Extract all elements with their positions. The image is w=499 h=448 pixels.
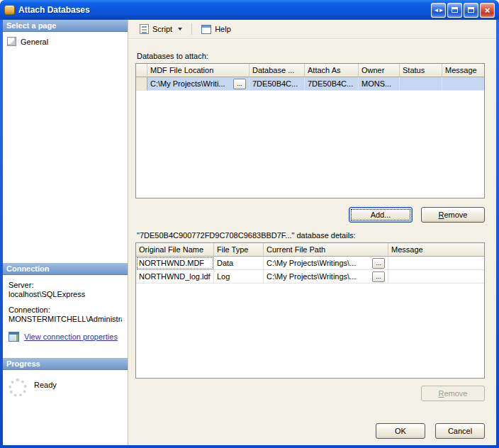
close-button[interactable]: × [480,3,495,18]
column-header-original-file-name[interactable]: Original File Name [136,243,214,257]
message-cell[interactable] [442,77,484,91]
connection-properties-row: View connection properties [9,332,122,342]
current-file-path-value: C:\My Projects\Writings\... [267,272,372,281]
original-file-name-cell[interactable]: NORTHWND.MDF [136,257,214,270]
browse-path-button[interactable]: ... [372,258,385,269]
toolbar-separator [191,23,192,35]
connection-section: Server: localhost\SQLExpress Connection:… [3,275,128,358]
main-content: Databases to attach: MDF File Location D… [128,39,496,445]
cancel-button[interactable]: Cancel [435,423,485,439]
table-row[interactable]: NORTHWND.MDF Data C:\My Projects\Writing… [136,257,484,270]
message-cell[interactable] [388,270,484,284]
maximize-button[interactable] [464,3,478,18]
progress-section: Ready [3,370,128,445]
browse-mdf-button[interactable]: ... [233,79,246,89]
mdf-file-location-cell[interactable]: C:\My Projects\Writi... ... [147,77,250,91]
column-header-status[interactable]: Status [400,64,442,77]
message-cell[interactable] [388,257,484,270]
details-grid: Original File Name File Type Current Fil… [135,242,485,379]
mdf-file-location-value: C:\My Projects\Writi... [150,79,233,88]
column-header-attach-as[interactable]: Attach As [305,64,359,77]
column-header-message[interactable]: Message [442,64,484,77]
browse-path-button[interactable]: ... [372,271,385,282]
server-label: Server: [9,281,122,289]
owner-cell[interactable]: MONS... [359,77,400,91]
column-header-owner[interactable]: Owner [359,64,400,77]
window-controls: ◄► × [431,3,495,18]
dock-arrows-icon: ◄► [434,7,444,13]
window-square-icon [468,7,474,13]
column-header-selector[interactable] [136,64,147,77]
attach-grid-buttons: Add... Remove [135,207,485,223]
database-details-label: "7DE50B4C900772FD9C708C9683BBD7F..." dat… [137,231,485,240]
main-panel: Script Help Databases to attach: MDF Fil… [128,20,496,445]
minimize-button[interactable] [447,3,462,18]
select-a-page-header: Select a page [3,20,128,32]
titlebar[interactable]: Attach Databases ◄► × [0,0,499,20]
page-item-label: General [21,38,48,46]
progress-header: Progress [3,358,128,370]
sidebar: Select a page General Connection Server:… [3,20,128,445]
progress-status: Ready [34,381,57,389]
toolbar: Script Help [128,20,496,39]
table-row[interactable]: C:\My Projects\Writi... ... 7DE50B4C... … [136,77,484,91]
window-square-icon [452,7,458,13]
progress-spinner-icon [9,379,27,397]
dialog-buttons: OK Cancel [376,423,485,439]
script-icon [140,24,149,34]
details-remove-button[interactable]: Remove [421,386,485,401]
details-grid-buttons: Remove [135,386,485,401]
window-title: Attach Databases [18,5,90,15]
details-grid-header: Original File Name File Type Current Fil… [136,243,484,257]
add-button[interactable]: Add... [349,207,413,223]
row-selector-cell[interactable] [136,77,147,91]
window-body: Select a page General Connection Server:… [3,20,496,445]
status-cell[interactable] [400,77,442,91]
close-icon: × [485,5,490,16]
current-file-path-cell[interactable]: C:\My Projects\Writings\... ... [264,270,388,284]
table-row[interactable]: NORTHWND_log.ldf Log C:\My Projects\Writ… [136,270,484,284]
general-page-icon [7,37,16,46]
script-button[interactable]: Script [134,21,188,37]
connection-properties-icon [9,332,19,342]
help-icon [201,25,211,34]
column-header-mdf-file-location[interactable]: MDF File Location [147,64,250,77]
sidebar-item-general[interactable]: General [3,35,128,48]
ok-button[interactable]: OK [376,423,425,439]
remove-button[interactable]: Remove [421,207,485,223]
file-type-cell[interactable]: Data [214,257,264,270]
connection-label: Connection: [9,306,122,314]
page-list: General [3,32,128,263]
attach-grid-header: MDF File Location Database ... Attach As… [136,64,484,77]
attach-grid: MDF File Location Database ... Attach As… [135,63,485,198]
current-file-path-value: C:\My Projects\Writings\... [267,259,372,267]
column-header-database[interactable]: Database ... [250,64,305,77]
file-type-cell[interactable]: Log [214,270,264,284]
column-header-current-file-path[interactable]: Current File Path [264,243,388,257]
attach-as-cell[interactable]: 7DE50B4C... [305,77,359,91]
column-header-file-type[interactable]: File Type [214,243,264,257]
column-header-message[interactable]: Message [388,243,484,257]
help-button[interactable]: Help [196,22,237,37]
help-button-label: Help [215,25,231,33]
view-connection-properties-link[interactable]: View connection properties [24,332,118,341]
window-icon [4,5,15,15]
chevron-down-icon[interactable] [178,28,182,30]
current-file-path-cell[interactable]: C:\My Projects\Writings\... ... [264,257,388,270]
server-value: localhost\SQLExpress [9,290,122,298]
databases-to-attach-label: Databases to attach: [137,52,485,60]
connection-header: Connection [3,263,128,275]
database-cell[interactable]: 7DE50B4C... [250,77,305,91]
dock-button[interactable]: ◄► [431,3,446,18]
connection-value: MONSTERMITCHELL\Administra [9,315,122,323]
attach-databases-window: Attach Databases ◄► × Select a page Gene… [0,0,499,448]
original-file-name-cell[interactable]: NORTHWND_log.ldf [136,270,214,284]
script-button-label: Script [152,25,172,33]
